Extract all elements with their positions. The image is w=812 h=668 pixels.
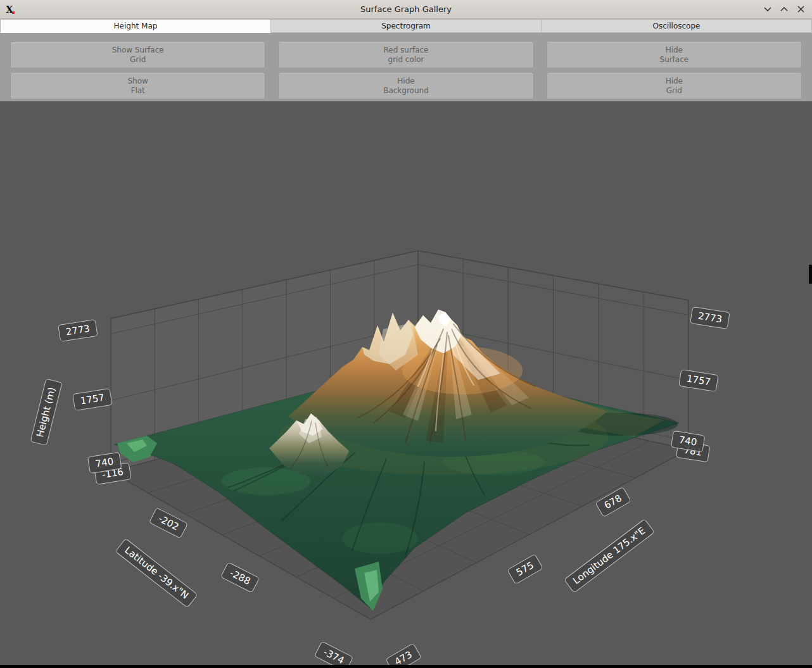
button-label: Red surface bbox=[384, 46, 429, 55]
tab-oscilloscope[interactable]: Oscilloscope bbox=[542, 19, 812, 33]
hide-background-button[interactable]: Hide Background bbox=[278, 73, 533, 99]
chevron-down-icon bbox=[764, 6, 771, 13]
button-label: Grid bbox=[666, 86, 682, 96]
tab-height-map[interactable]: Height Map bbox=[0, 19, 271, 33]
titlebar: X Surface Graph Gallery bbox=[0, 0, 812, 19]
hide-grid-button[interactable]: Hide Grid bbox=[547, 73, 802, 99]
close-icon bbox=[797, 6, 804, 13]
button-label: Show bbox=[127, 77, 148, 86]
show-surface-grid-button[interactable]: Show Surface Grid bbox=[10, 42, 265, 68]
app-icon[interactable]: X bbox=[4, 4, 15, 15]
chevron-up-icon bbox=[780, 6, 788, 13]
show-flat-button[interactable]: Show Flat bbox=[10, 73, 265, 99]
window-title: Surface Graph Gallery bbox=[0, 4, 812, 14]
window-shade-button[interactable] bbox=[762, 4, 773, 15]
toolbar: Show Surface Grid Red surface grid color… bbox=[0, 33, 812, 99]
tab-spectrogram[interactable]: Spectrogram bbox=[271, 19, 542, 33]
hide-surface-button[interactable]: Hide Surface bbox=[547, 42, 802, 68]
screen-edge-bottom bbox=[0, 665, 812, 668]
window-close-button[interactable] bbox=[795, 4, 806, 15]
app-icon-glyph: X bbox=[6, 5, 13, 14]
button-label: Background bbox=[383, 86, 429, 96]
button-label: Show Surface bbox=[112, 46, 164, 55]
button-label: Flat bbox=[131, 86, 145, 96]
button-label: Hide bbox=[397, 77, 414, 86]
button-label: Hide bbox=[666, 46, 683, 55]
button-label: grid color bbox=[388, 55, 424, 65]
screen-edge-right bbox=[809, 265, 812, 284]
surface-plot-viewport[interactable]: Height (m) -116 2773 1757 740 781 2773 1… bbox=[0, 101, 812, 668]
button-label: Grid bbox=[130, 55, 146, 65]
window-maximize-button[interactable] bbox=[778, 4, 790, 15]
tab-bar: Height Map Spectrogram Oscilloscope bbox=[0, 19, 812, 33]
red-surface-grid-color-button[interactable]: Red surface grid color bbox=[278, 42, 533, 68]
button-label: Hide bbox=[666, 77, 683, 86]
app-window: X Surface Graph Gallery Height Map Spect… bbox=[0, 0, 812, 668]
window-controls bbox=[762, 4, 812, 15]
button-label: Surface bbox=[659, 55, 688, 65]
